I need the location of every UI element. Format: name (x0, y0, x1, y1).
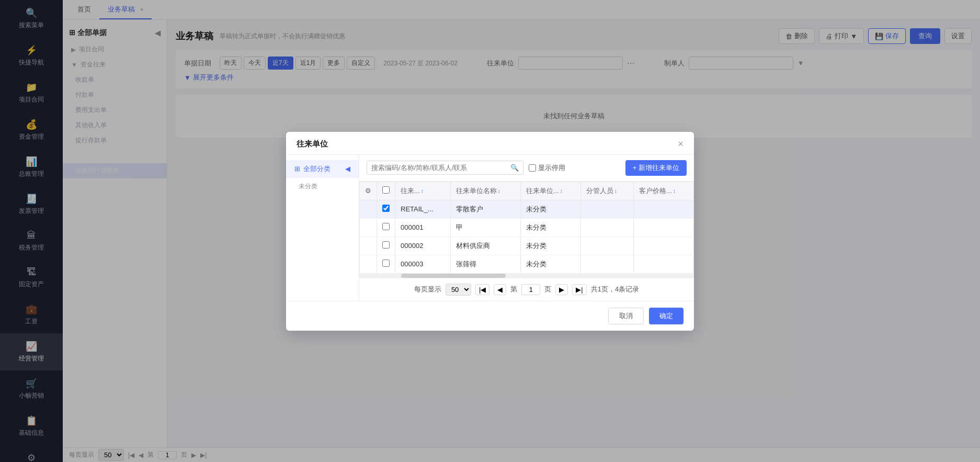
modal-footer: 取消 确定 (286, 301, 694, 331)
confirm-button[interactable]: 确定 (649, 308, 683, 324)
search-icon: 🔍 (510, 164, 519, 172)
cancel-button[interactable]: 取消 (608, 308, 644, 324)
row-checkbox[interactable] (377, 236, 395, 255)
row-price (634, 200, 694, 218)
grid-icon: ⊞ (294, 165, 300, 173)
row-category: 未分类 (520, 218, 580, 236)
total-pages-text: 共1页，4条记录 (591, 285, 639, 294)
modal-sidebar-all[interactable]: ⊞ 全部分类 ◀ (286, 160, 359, 178)
modal-title: 往来单位 (297, 139, 328, 149)
modal-header: 往来单位 × (286, 132, 694, 155)
row-manager (580, 236, 633, 255)
modal-search-box[interactable]: 🔍 (367, 161, 523, 175)
row-settings (360, 255, 377, 273)
page-prev-btn[interactable]: ◀ (494, 284, 506, 295)
show-inactive-checkbox[interactable] (529, 164, 536, 172)
row-name: 材料供应商 (450, 236, 520, 255)
settings-col-icon[interactable]: ⚙ (365, 187, 371, 195)
row-checkbox[interactable] (377, 200, 395, 218)
modal-close-button[interactable]: × (678, 139, 683, 149)
table-row[interactable]: 000002 材料供应商 未分类 (360, 236, 694, 255)
row-code: 000003 (395, 255, 451, 273)
row-category: 未分类 (520, 236, 580, 255)
horizontal-scrollbar[interactable] (359, 274, 694, 278)
modal-pagination: 每页显示 50 |◀ ◀ 第 页 ▶ ▶| 共1页，4条记录 (359, 278, 694, 301)
modal-overlay: 往来单位 × ⊞ 全部分类 ◀ 未分类 🔍 (0, 0, 980, 462)
row-code: RETAIL_... (395, 200, 451, 218)
page-number-input[interactable] (521, 284, 540, 295)
row-price (634, 236, 694, 255)
col-price: 客户价格...↕ (634, 182, 694, 200)
row-name: 零散客户 (450, 200, 520, 218)
show-inactive-label[interactable]: 显示停用 (529, 163, 565, 173)
row-settings (360, 218, 377, 236)
row-checkbox[interactable] (377, 218, 395, 236)
modal-body: ⊞ 全部分类 ◀ 未分类 🔍 显示停用 (286, 155, 694, 301)
col-manager: 分管人员↕ (580, 182, 633, 200)
page-label: 第 (510, 285, 517, 294)
select-all-checkbox[interactable] (382, 186, 390, 194)
row-name: 张筛得 (450, 255, 520, 273)
modal-sidebar: ⊞ 全部分类 ◀ 未分类 (286, 155, 359, 301)
row-settings (360, 200, 377, 218)
row-price (634, 255, 694, 273)
modal: 往来单位 × ⊞ 全部分类 ◀ 未分类 🔍 (286, 132, 694, 331)
row-settings (360, 236, 377, 255)
collapse-sidebar-icon[interactable]: ◀ (345, 165, 350, 173)
modal-sidebar-unclassified[interactable]: 未分类 (286, 178, 359, 195)
row-manager (580, 200, 633, 218)
col-category: 往来单位...↕ (520, 182, 580, 200)
row-price (634, 218, 694, 236)
table-row[interactable]: 000001 甲 未分类 (360, 218, 694, 236)
modal-content-area: 🔍 显示停用 + 新增往来单位 ⚙ (359, 155, 694, 301)
row-manager (580, 255, 633, 273)
page-next-btn[interactable]: ▶ (555, 284, 568, 295)
modal-table-wrap: ⚙ 往来...↕ 往来单位名称↕ 往来单位...↕ 分管人员↕ 客户价格...↕ (359, 182, 694, 274)
page-last-btn[interactable]: ▶| (572, 284, 586, 295)
page-first-btn[interactable]: |◀ (475, 284, 489, 295)
page-suffix: 页 (544, 285, 551, 294)
table-row[interactable]: RETAIL_... 零散客户 未分类 (360, 200, 694, 218)
new-counterpart-button[interactable]: + 新增往来单位 (625, 160, 687, 176)
modal-toolbar: 🔍 显示停用 + 新增往来单位 (359, 155, 694, 182)
row-checkbox[interactable] (377, 255, 395, 273)
row-manager (580, 218, 633, 236)
modal-table: ⚙ 往来...↕ 往来单位名称↕ 往来单位...↕ 分管人员↕ 客户价格...↕ (359, 182, 694, 274)
per-page-label: 每页显示 (414, 285, 441, 294)
row-category: 未分类 (520, 255, 580, 273)
col-code: 往来...↕ (395, 182, 451, 200)
table-row[interactable]: 000003 张筛得 未分类 (360, 255, 694, 273)
per-page-select[interactable]: 50 (446, 284, 471, 296)
row-category: 未分类 (520, 200, 580, 218)
row-code: 000001 (395, 218, 451, 236)
row-name: 甲 (450, 218, 520, 236)
col-name: 往来单位名称↕ (450, 182, 520, 200)
row-code: 000002 (395, 236, 451, 255)
modal-search-input[interactable] (371, 164, 507, 172)
scroll-thumb (401, 274, 506, 278)
